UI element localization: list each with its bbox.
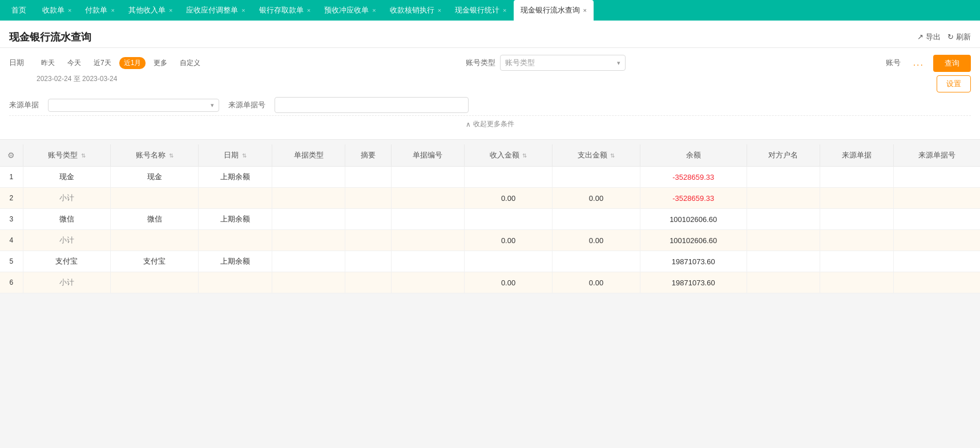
nav-tab-4[interactable]: 银行存取款单 × <box>252 0 317 21</box>
cell-expense <box>552 167 640 188</box>
date-range-row: 2023-02-24 至 2023-03-24 <box>34 74 924 84</box>
page-header: 现金银行流水查询 ↗ 导出 ↻ 刷新 <box>0 21 980 48</box>
cell-doc-type <box>272 167 345 188</box>
table-row: 2 小计 0.00 0.00 -3528659.33 <box>0 188 980 209</box>
nav-tab-5[interactable]: 预收冲应收单 × <box>317 0 382 21</box>
nav-tab-7[interactable]: 现金银行统计 × <box>448 0 513 21</box>
cell-doc-type <box>272 209 345 230</box>
th-summary[interactable]: 摘要 <box>345 144 391 167</box>
date-opt-7days[interactable]: 近7天 <box>89 57 116 69</box>
cell-account-name: 支付宝 <box>111 251 199 272</box>
th-account-type[interactable]: 账号类型 ⇅ <box>23 144 111 167</box>
close-icon[interactable]: × <box>68 7 71 14</box>
cell-summary <box>345 167 391 188</box>
cell-expense: 0.00 <box>552 188 640 209</box>
cell-expense: 0.00 <box>552 272 640 293</box>
cell-doc-num <box>391 230 465 251</box>
account-label: 账号 <box>886 58 909 68</box>
nav-tab-1[interactable]: 付款单 × <box>78 0 121 21</box>
table-row: 6 小计 0.00 0.00 19871073.60 <box>0 272 980 293</box>
th-source-doc-num[interactable]: 来源单据号 <box>893 144 980 167</box>
date-options: 昨天 今天 近7天 近1月 更多 自定义 <box>37 57 205 69</box>
date-opt-custom[interactable]: 自定义 <box>175 57 205 69</box>
nav-tab-3[interactable]: 应收应付调整单 × <box>179 0 252 21</box>
cell-source-doc <box>820 272 894 293</box>
cell-num: 2 <box>0 188 23 209</box>
sort-icon: ⇅ <box>522 152 527 159</box>
cell-source-doc <box>820 251 894 272</box>
cell-balance: 19871073.60 <box>640 251 747 272</box>
nav-tab-0[interactable]: 收款单 × <box>35 0 78 21</box>
close-icon[interactable]: × <box>438 7 441 14</box>
close-icon[interactable]: × <box>111 7 114 14</box>
nav-tab-2[interactable]: 其他收入单 × <box>122 0 179 21</box>
cell-account-type: 小计 <box>23 188 111 209</box>
cell-summary <box>345 251 391 272</box>
close-icon[interactable]: × <box>503 7 506 14</box>
nav-home[interactable]: 首页 <box>2 0 35 21</box>
close-icon[interactable]: × <box>372 7 376 14</box>
nav-tab-6[interactable]: 收款核销执行 × <box>383 0 448 21</box>
th-doc-type[interactable]: 单据类型 <box>272 144 345 167</box>
th-counterparty[interactable]: 对方户名 <box>747 144 820 167</box>
cell-source-doc <box>820 209 894 230</box>
cell-counterparty <box>747 167 820 188</box>
date-opt-more[interactable]: 更多 <box>149 57 172 69</box>
date-opt-yesterday[interactable]: 昨天 <box>37 57 59 69</box>
cell-counterparty <box>747 209 820 230</box>
th-gear[interactable]: ⚙ <box>0 144 23 167</box>
collapse-bar[interactable]: ∧ 收起更多条件 <box>9 115 971 132</box>
cell-num: 1 <box>0 167 23 188</box>
th-balance[interactable]: 余额 <box>640 144 747 167</box>
gear-icon[interactable]: ⚙ <box>7 151 15 160</box>
cell-account-type: 小计 <box>23 230 111 251</box>
more-dots[interactable]: ... <box>913 58 924 68</box>
cell-expense: 0.00 <box>552 230 640 251</box>
th-source-doc[interactable]: 来源单据 <box>820 144 894 167</box>
close-icon[interactable]: × <box>307 7 310 14</box>
date-opt-today[interactable]: 今天 <box>63 57 86 69</box>
cell-doc-type <box>272 272 345 293</box>
refresh-button[interactable]: ↻ 刷新 <box>947 32 971 42</box>
th-income[interactable]: 收入金额 ⇅ <box>465 144 552 167</box>
table-row: 3 微信 微信 上期余额 100102606.60 <box>0 209 980 230</box>
cell-counterparty <box>747 230 820 251</box>
cell-summary <box>345 209 391 230</box>
chevron-down-icon: ▾ <box>617 59 620 67</box>
export-button[interactable]: ↗ 导出 <box>917 32 941 42</box>
source-doc-num-label: 来源单据号 <box>228 100 265 110</box>
cell-date: 上期余额 <box>199 167 272 188</box>
cell-counterparty <box>747 251 820 272</box>
cell-date <box>199 188 272 209</box>
th-expense[interactable]: 支出金额 ⇅ <box>552 144 640 167</box>
sort-icon: ⇅ <box>81 152 86 159</box>
source-doc-select[interactable]: ▾ <box>48 99 219 112</box>
cell-date <box>199 230 272 251</box>
close-icon[interactable]: × <box>169 7 172 14</box>
date-opt-1month[interactable]: 近1月 <box>119 57 146 69</box>
query-button[interactable]: 查询 <box>933 55 971 72</box>
cell-doc-type <box>272 230 345 251</box>
close-icon[interactable]: × <box>583 7 587 14</box>
account-type-select[interactable]: 账号类型 ▾ <box>500 55 626 71</box>
cell-doc-type <box>272 188 345 209</box>
cell-num: 4 <box>0 230 23 251</box>
sort-icon: ⇅ <box>169 152 174 159</box>
table-row: 1 现金 现金 上期余额 -3528659.33 <box>0 167 980 188</box>
account-type-value: 账号类型 <box>505 58 535 68</box>
close-icon[interactable]: × <box>241 7 245 14</box>
cell-balance: 100102606.60 <box>640 230 747 251</box>
settings-button[interactable]: 设置 <box>937 75 971 92</box>
refresh-icon: ↻ <box>947 33 954 41</box>
cell-source-doc <box>820 188 894 209</box>
cell-income <box>465 251 552 272</box>
th-date[interactable]: 日期 ⇅ <box>199 144 272 167</box>
th-account-name[interactable]: 账号名称 ⇅ <box>111 144 199 167</box>
cell-account-name <box>111 272 199 293</box>
page-title: 现金银行流水查询 <box>9 30 91 44</box>
cell-income <box>465 167 552 188</box>
date-range-text: 2023-02-24 至 2023-03-24 <box>37 74 117 84</box>
th-doc-num[interactable]: 单据编号 <box>391 144 465 167</box>
source-doc-num-input[interactable] <box>275 97 469 113</box>
nav-tab-8[interactable]: 现金银行流水查询 × <box>514 0 594 21</box>
